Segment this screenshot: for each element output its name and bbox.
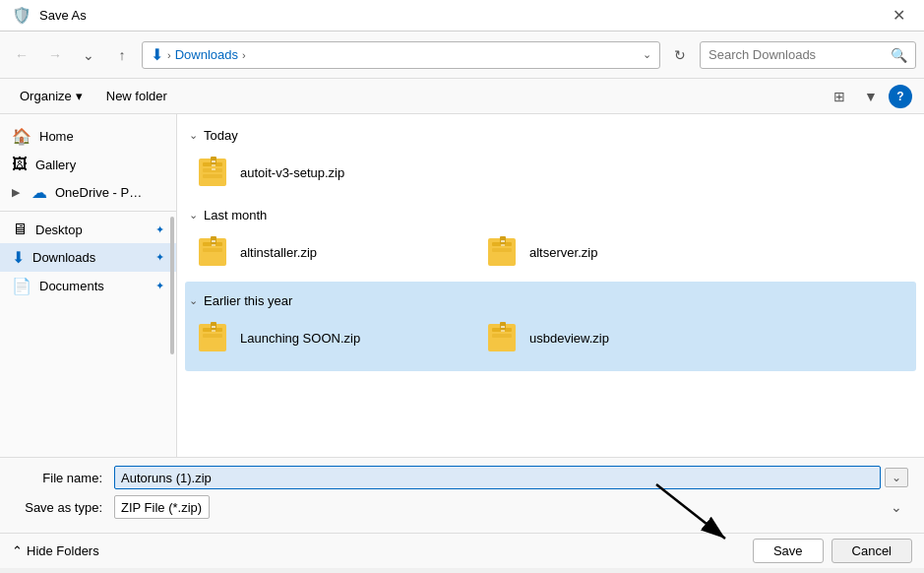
svg-rect-19	[501, 240, 505, 242]
today-label: Today	[204, 128, 238, 143]
organize-label: Organize	[20, 89, 72, 103]
today-chevron-icon[interactable]: ⌄	[189, 129, 198, 142]
downloads-pin-icon: ✦	[155, 251, 164, 264]
svg-rect-6	[212, 160, 216, 162]
content-area: ⌄ Today	[177, 114, 924, 457]
desktop-icon: 🖥	[12, 221, 28, 238]
toolbar: Organize ▾ New folder ⊞ ▼ ?	[0, 79, 924, 114]
sidebar-item-onedrive-label: OneDrive - Pers	[55, 185, 144, 200]
breadcrumb-path: Downloads	[175, 47, 238, 62]
sidebar-item-onedrive[interactable]: ▶ ☁ OneDrive - Pers	[0, 178, 176, 207]
sidebar-item-home-label: Home	[39, 129, 74, 144]
group-today: ⌄ Today	[189, 122, 912, 147]
last-month-files: altinstaller.zip altserver.zip	[189, 226, 912, 282]
sidebar-scrollbar[interactable]	[170, 217, 174, 353]
last-month-chevron-icon[interactable]: ⌄	[189, 209, 198, 222]
bottom-form: File name: ⌄ Save as type: ZIP File (*.z…	[0, 457, 924, 533]
svg-rect-11	[203, 248, 222, 252]
zip-file-icon	[486, 234, 522, 270]
footer: ⌃ Hide Folders Save Cancel	[0, 533, 924, 568]
list-item[interactable]: usbdeview.zip	[478, 316, 764, 359]
sidebar-item-desktop-label: Desktop	[35, 223, 83, 237]
file-name: autoit-v3-setup.zip	[240, 165, 344, 180]
svg-rect-26	[212, 330, 216, 332]
view-chevron-button[interactable]: ▼	[857, 83, 885, 110]
breadcrumb-chevron[interactable]: ⌄	[643, 48, 651, 61]
sidebar-item-downloads[interactable]: ⬇ Downloads ✦	[0, 243, 176, 272]
svg-rect-4	[203, 174, 222, 178]
savetype-select[interactable]: ZIP File (*.zip) All Files (*.*)	[114, 495, 210, 519]
back-button[interactable]: ←	[8, 41, 35, 69]
sidebar: 🏠 Home 🖼 Gallery ▶ ☁ OneDrive - Pers 🖥 D…	[0, 114, 177, 457]
breadcrumb-separator: ›	[167, 49, 171, 61]
sidebar-item-downloads-label: Downloads	[32, 250, 95, 265]
search-box: 🔍	[700, 41, 916, 69]
file-name: Launching SOON.zip	[240, 331, 360, 346]
savetype-label: Save as type:	[16, 500, 114, 515]
help-button[interactable]: ?	[889, 85, 912, 108]
list-item[interactable]: Launching SOON.zip	[189, 316, 474, 359]
list-item[interactable]: altserver.zip	[478, 230, 764, 274]
up-button[interactable]: ↑	[108, 41, 136, 69]
refresh-button[interactable]: ↻	[666, 41, 694, 69]
forward-button[interactable]: →	[41, 41, 69, 69]
documents-icon: 📄	[12, 277, 31, 295]
sidebar-item-desktop[interactable]: 🖥 Desktop ✦	[0, 216, 176, 243]
svg-rect-8	[212, 168, 216, 170]
desktop-pin-icon: ✦	[155, 223, 164, 236]
earlier-label: Earlier this year	[204, 293, 292, 308]
list-item[interactable]: autoit-v3-setup.zip	[189, 151, 474, 194]
window-title: Save As	[39, 8, 885, 23]
file-name: altserver.zip	[529, 245, 597, 260]
savetype-row: Save as type: ZIP File (*.zip) All Files…	[16, 495, 908, 519]
svg-rect-7	[212, 164, 216, 166]
file-name: usbdeview.zip	[529, 331, 609, 346]
hide-folders-chevron-icon: ⌃	[12, 543, 23, 558]
filename-chevron-icon[interactable]: ⌄	[885, 468, 908, 487]
sidebar-item-documents-label: Documents	[39, 279, 104, 293]
list-item[interactable]: altinstaller.zip	[189, 230, 474, 274]
cancel-button[interactable]: Cancel	[832, 539, 912, 563]
footer-actions: Save Cancel	[753, 539, 912, 563]
svg-rect-17	[492, 248, 512, 252]
last-month-label: Last month	[204, 208, 267, 223]
recent-button[interactable]: ⌄	[75, 41, 102, 69]
filename-input[interactable]	[114, 466, 881, 489]
hide-folders-label: Hide Folders	[27, 543, 99, 558]
toolbar-right: ⊞ ▼ ?	[826, 83, 912, 110]
file-name: altinstaller.zip	[240, 245, 317, 260]
sidebar-item-gallery-label: Gallery	[35, 158, 76, 172]
close-button[interactable]: ✕	[885, 2, 912, 30]
gallery-icon: 🖼	[12, 156, 28, 173]
svg-rect-31	[501, 326, 505, 328]
view-button[interactable]: ⊞	[826, 83, 853, 110]
group-last-month: ⌄ Last month	[189, 202, 912, 226]
app-icon: 🛡️	[12, 6, 31, 25]
svg-rect-29	[492, 334, 512, 338]
organize-chevron-icon: ▾	[76, 89, 83, 103]
svg-rect-25	[212, 326, 216, 328]
zip-file-icon	[486, 320, 522, 355]
filename-row: File name: ⌄	[16, 466, 908, 489]
svg-rect-32	[501, 330, 505, 332]
breadcrumb-sep2: ›	[242, 49, 246, 61]
new-folder-button[interactable]: New folder	[98, 86, 175, 106]
svg-rect-23	[203, 334, 222, 338]
home-icon: 🏠	[12, 127, 31, 146]
search-input[interactable]	[708, 47, 887, 62]
onedrive-expand-icon: ▶	[12, 186, 20, 199]
search-icon: 🔍	[891, 47, 907, 63]
documents-pin-icon: ✦	[155, 280, 164, 292]
sidebar-item-home[interactable]: 🏠 Home	[0, 122, 176, 151]
earlier-chevron-icon[interactable]: ⌄	[189, 294, 198, 307]
hide-folders-button[interactable]: ⌃ Hide Folders	[12, 543, 99, 558]
breadcrumb[interactable]: ⬇ › Downloads › ⌄	[142, 41, 660, 69]
main-area: 🏠 Home 🖼 Gallery ▶ ☁ OneDrive - Pers 🖥 D…	[0, 114, 924, 457]
downloads-icon: ⬇	[12, 248, 25, 267]
organize-button[interactable]: Organize ▾	[12, 86, 91, 106]
save-button[interactable]: Save	[753, 539, 824, 563]
earlier-files: Launching SOON.zip usbdeview.zip	[189, 312, 912, 367]
sidebar-item-gallery[interactable]: 🖼 Gallery	[0, 151, 176, 178]
sidebar-item-documents[interactable]: 📄 Documents ✦	[0, 272, 176, 300]
zip-file-icon	[197, 234, 232, 270]
